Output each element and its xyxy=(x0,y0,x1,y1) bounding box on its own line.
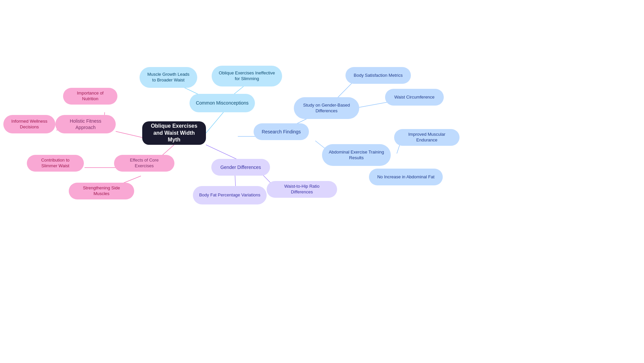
no-increase-node[interactable]: No Increase in Abdominal Fat xyxy=(369,169,443,185)
abdominal-training-node[interactable]: Abdominal Exercise Training Results xyxy=(322,144,391,166)
effects-core-node[interactable]: Effects of Core Exercises xyxy=(114,155,174,172)
strengthening-node[interactable]: Strengthening Side Muscles xyxy=(69,183,134,199)
waist-hip-node[interactable]: Waist-to-Hip Ratio Differences xyxy=(267,181,337,198)
contribution-waist-node[interactable]: Contribution to Slimmer Waist xyxy=(27,155,84,172)
body-fat-node[interactable]: Body Fat Percentage Variations xyxy=(193,186,267,204)
study-gender-node[interactable]: Study on Gender-Based Differences xyxy=(294,97,359,119)
oblique-ineffective-node[interactable]: Oblique Exercises Ineffective for Slimmi… xyxy=(212,66,282,86)
holistic-fitness-node[interactable]: Holistic Fitness Approach xyxy=(55,115,116,133)
research-findings-node[interactable]: Research Findings xyxy=(254,123,309,140)
center-node[interactable]: Oblique Exercises and Waist Width Myth xyxy=(142,121,206,145)
gender-differences-node[interactable]: Gender Differences xyxy=(211,159,270,176)
informed-wellness-node[interactable]: Informed Wellness Decisions xyxy=(3,115,55,133)
importance-nutrition-node[interactable]: Importance of Nutrition xyxy=(63,88,117,105)
muscle-growth-node[interactable]: Muscle Growth Leads to Broader Waist xyxy=(140,67,197,88)
body-satisfaction-node[interactable]: Body Satisfaction Metrics xyxy=(345,67,411,84)
common-misconceptions-node[interactable]: Common Misconceptions xyxy=(190,94,255,112)
improved-endurance-node[interactable]: Improved Muscular Endurance xyxy=(394,129,460,146)
waist-circumference-node[interactable]: Waist Circumference xyxy=(385,89,444,106)
